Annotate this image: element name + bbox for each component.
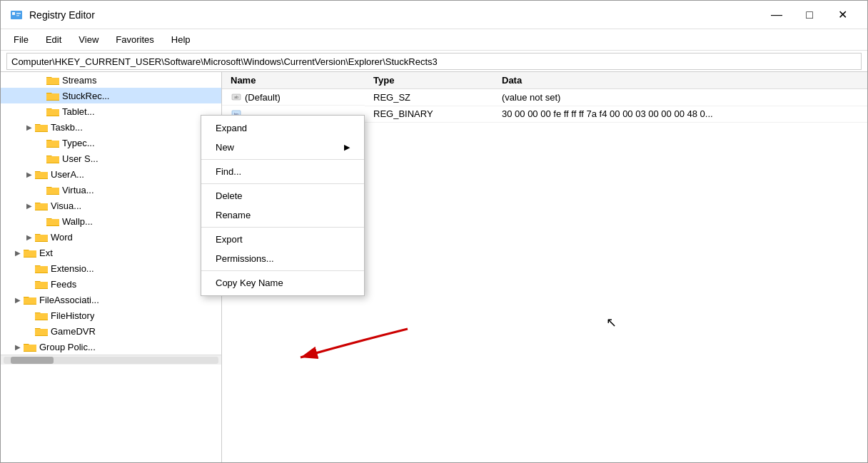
menu-favorites[interactable]: Favorites (108, 31, 161, 48)
tree-pane[interactable]: Streams StuckRec... Tablet... ▶ (1, 72, 222, 462)
tree-item-filehistory[interactable]: FileHistory (1, 307, 221, 323)
value-type: REG_SZ (365, 89, 493, 106)
tree-item-visua[interactable]: ▶ Visua... (1, 198, 221, 213)
menu-help[interactable]: Help (164, 31, 198, 48)
ctx-rename-label: Rename (216, 210, 251, 220)
ctx-copy-key-name-label: Copy Key Name (216, 278, 283, 288)
tree-arrow (24, 310, 35, 321)
title-bar-left: Registry Editor (9, 8, 95, 22)
tree-label: FileHistory (51, 310, 94, 321)
ctx-copy-key-name[interactable]: Copy Key Name (201, 273, 364, 292)
tree-item-typec[interactable]: Typec... (1, 135, 221, 151)
folder-icon (35, 326, 48, 336)
tree-label: User S... (62, 153, 99, 164)
tree-label: Visua... (51, 200, 81, 211)
folder-icon (24, 342, 36, 352)
ctx-new-label: New (216, 142, 234, 153)
tree-item-usera[interactable]: ▶ UserA... (1, 166, 221, 182)
tree-item-tablet[interactable]: Tablet... (1, 103, 221, 119)
tree-expand-arrow: ▶ (24, 200, 35, 211)
tree-arrow (35, 184, 46, 195)
menu-edit[interactable]: Edit (39, 31, 69, 48)
tree-item-streams[interactable]: Streams (1, 72, 221, 88)
tree-label: Group Polic... (39, 342, 96, 352)
tree-item-grouppolicy[interactable]: ▶ Group Polic... (1, 339, 221, 355)
tree-item-gamedvr[interactable]: GameDVR (1, 323, 221, 339)
svg-text:ab: ab (234, 95, 238, 99)
folder-icon (35, 279, 48, 289)
folder-icon (35, 310, 48, 320)
column-header-name: Name (222, 72, 365, 89)
tree-arrow (35, 90, 46, 101)
tree-arrow (24, 278, 35, 290)
tree-item-word[interactable]: ▶ Word (1, 229, 221, 245)
tree-expand-arrow: ▶ (12, 247, 24, 258)
ctx-permissions[interactable]: Permissions... (201, 249, 364, 268)
tree-expand-arrow: ▶ (24, 168, 35, 180)
tree-item-stuckrects[interactable]: StuckRec... (1, 88, 221, 103)
tree-expand-arrow: ▶ (24, 231, 35, 243)
tree-expand-arrow: ▶ (12, 341, 24, 352)
registry-editor-window: Registry Editor — □ ✕ File Edit View Fav… (0, 0, 868, 463)
tree-arrow (35, 215, 46, 227)
ctx-delete[interactable]: Delete (201, 186, 364, 205)
menu-file[interactable]: File (6, 31, 36, 48)
value-icon: ab (231, 91, 242, 103)
tree-item-taskb[interactable]: ▶ Taskb... (1, 119, 221, 135)
svg-rect-3 (16, 15, 19, 16)
folder-icon (46, 75, 59, 85)
tree-label: Ext (39, 248, 53, 258)
title-controls: — □ ✕ (760, 4, 859, 26)
ctx-separator-3 (201, 227, 364, 228)
close-button[interactable]: ✕ (826, 4, 859, 26)
horizontal-scrollbar[interactable] (1, 355, 221, 365)
tree-label: Feeds (51, 279, 76, 290)
scroll-thumb (11, 357, 54, 364)
address-bar: Computer\HKEY_CURRENT_USER\Software\Micr… (1, 51, 867, 72)
tree-item-ext[interactable]: ▶ Ext (1, 245, 221, 260)
main-area: Streams StuckRec... Tablet... ▶ (1, 72, 867, 462)
tree-label: Typec... (62, 138, 95, 148)
value-type: REG_BINARY (365, 106, 493, 122)
tree-label: FileAssociati... (39, 295, 99, 305)
tree-item-fileassoc[interactable]: ▶ FileAssociati... (1, 292, 221, 307)
tree-expand-arrow: ▶ (24, 121, 35, 133)
table-row[interactable]: ab (Default) REG_SZ (value not set) (222, 89, 867, 106)
folder-icon (46, 216, 59, 226)
ctx-expand[interactable]: Expand (201, 118, 364, 138)
value-data: 30 00 00 00 fe ff ff ff 7a f4 00 00 03 0… (493, 106, 867, 122)
tree-label: Tablet... (62, 106, 95, 117)
folder-icon (24, 295, 36, 305)
minimize-button[interactable]: — (760, 4, 793, 26)
ctx-export[interactable]: Export (201, 230, 364, 249)
tree-label: GameDVR (51, 326, 96, 337)
tree-arrow (35, 153, 46, 164)
tree-item-virtua[interactable]: Virtua... (1, 182, 221, 198)
tree-arrow (35, 137, 46, 148)
ctx-find[interactable]: Find... (201, 162, 364, 181)
value-name: ab (Default) (222, 89, 365, 106)
folder-icon (46, 185, 59, 195)
folder-icon (35, 169, 48, 179)
tree-arrow (35, 74, 46, 86)
tree-item-wallp[interactable]: Wallp... (1, 213, 221, 229)
ctx-submenu-arrow: ▶ (344, 143, 350, 152)
ctx-expand-label: Expand (216, 123, 247, 133)
ctx-new[interactable]: New ▶ (201, 138, 364, 157)
ctx-rename[interactable]: Rename (201, 205, 364, 225)
folder-icon (35, 122, 48, 132)
ctx-delete-label: Delete (216, 190, 243, 201)
tree-label: Extensio... (51, 263, 94, 274)
address-input[interactable]: Computer\HKEY_CURRENT_USER\Software\Micr… (6, 53, 862, 70)
column-header-data: Data (493, 72, 867, 89)
svg-rect-2 (16, 13, 21, 14)
folder-icon (35, 263, 48, 273)
title-text: Registry Editor (29, 9, 95, 21)
maximize-button[interactable]: □ (793, 4, 826, 26)
value-data: (value not set) (493, 89, 867, 106)
menu-view[interactable]: View (71, 31, 106, 48)
tree-item-users[interactable]: User S... (1, 151, 221, 166)
tree-item-extensions[interactable]: Extensio... (1, 260, 221, 276)
tree-item-feeds[interactable]: Feeds (1, 276, 221, 292)
context-menu: Expand New ▶ Find... Delete Rename Expor… (201, 115, 365, 296)
